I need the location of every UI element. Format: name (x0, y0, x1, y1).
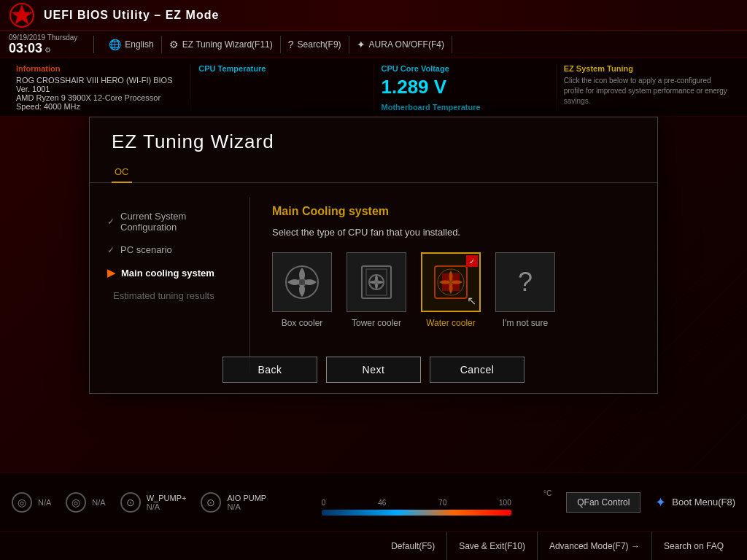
ez-tuning-icon: ⚙ (169, 39, 179, 50)
content-title: Main Cooling system (272, 205, 635, 218)
cpu-voltage-label: CPU Core Voltage (382, 64, 549, 73)
content-subtitle: Select the type of CPU fan that you inst… (272, 227, 635, 238)
celsius-label: °C (543, 489, 551, 497)
logo (9, 2, 35, 28)
system-info-line1: ROG CROSSHAIR VIII HERO (WI-FI) BIOS Ver… (16, 76, 183, 93)
fan-icon-1: ◎ (12, 492, 32, 513)
ez-tuning-button[interactable]: ⚙ EZ Tuning Wizard(F11) (162, 36, 281, 53)
wizard-tab-bar: OC (90, 159, 657, 183)
footer-bar: Default(F5) Save & Exit(F10) Advanced Mo… (0, 531, 747, 560)
unsure-question-mark: ? (518, 267, 533, 298)
step-label-2: PC scenario (120, 244, 172, 255)
boot-menu-button[interactable]: ✦ Boot Menu(F8) (655, 494, 735, 510)
box-cooler-icon (280, 260, 324, 304)
fan-val-wpump: N/A (147, 502, 187, 511)
fan-name-wpump: W_PUMP+ (147, 494, 187, 502)
toolbar-divider-1 (93, 36, 94, 53)
datetime-display: 09/19/2019 Thursday 03:03 ⚙ (9, 34, 77, 55)
fan-info-wpump: W_PUMP+ N/A (147, 494, 187, 511)
footer-search-faq[interactable]: Search on FAQ (652, 532, 735, 561)
footer-default[interactable]: Default(F5) (379, 532, 447, 561)
header-bar: UEFI BIOS Utility – EZ Mode (0, 0, 747, 31)
clock-settings-icon[interactable]: ⚙ (44, 46, 51, 54)
cooler-icon-box-tower (347, 252, 406, 312)
cpu-voltage-section: CPU Core Voltage 1.289 V Motherboard Tem… (374, 64, 557, 110)
aura-icon: ✦ (357, 39, 365, 50)
temp-mid2: 70 (438, 499, 446, 507)
system-info-line2: AMD Ryzen 9 3900X 12-Core Processor (16, 93, 183, 102)
cooler-icon-box-unsure: ? (495, 252, 555, 312)
box-cooler-label: Box cooler (282, 318, 323, 328)
wizard-buttons: Back Next Cancel (90, 346, 657, 393)
ez-system-desc: Click the icon below to apply a pre-conf… (564, 76, 731, 106)
fan-info-1: N/A (38, 498, 51, 507)
language-label: English (125, 39, 153, 50)
fan-item-1: ◎ N/A (12, 492, 51, 513)
search-button[interactable]: ? Search(F9) (281, 36, 349, 53)
water-cooler-icon (429, 260, 473, 304)
back-button[interactable]: Back (222, 357, 317, 383)
boot-menu-label: Boot Menu(F8) (672, 497, 735, 508)
cooler-option-unsure[interactable]: ? I'm not sure (495, 252, 555, 328)
qfan-control-button[interactable]: QFan Control (566, 492, 640, 513)
wizard-tab-oc[interactable]: OC (112, 162, 132, 183)
cursor-icon: ↖ (467, 294, 476, 308)
wizard-title-bar: EZ Tuning Wizard (90, 117, 657, 159)
temp-bar-section: °C 0 46 70 100 (281, 489, 551, 516)
system-info-section: Information ROG CROSSHAIR VIII HERO (WI-… (9, 64, 191, 110)
fan-item-2: ◎ N/A (66, 492, 105, 513)
cooler-icon-box-water: ✓ (421, 252, 481, 312)
svg-rect-18 (442, 273, 449, 281)
step-label-1: Current System Configuration (120, 211, 232, 233)
step-arrow-3: ▶ (107, 267, 115, 279)
temp-mid1: 46 (378, 499, 386, 507)
step-pc-scenario: ✓ PC scenario (104, 238, 235, 261)
fan-val-2: N/A (92, 498, 105, 507)
temp-max: 100 (499, 499, 511, 507)
temp-scale: 0 46 70 100 (322, 499, 511, 507)
temp-min: 0 (322, 499, 326, 507)
footer-save-exit[interactable]: Save & Exit(F10) (447, 532, 538, 561)
cpu-temp-label: CPU Temperature (198, 64, 365, 73)
step-estimated: Estimated tuning results (104, 284, 235, 307)
cooler-option-water[interactable]: ✓ (421, 252, 481, 328)
fan-icon-wpump: ⊙ (120, 492, 141, 513)
search-label: Search(F9) (298, 39, 341, 50)
next-button[interactable]: Next (326, 357, 421, 383)
cooler-option-box[interactable]: Box cooler (272, 252, 332, 328)
footer-advanced[interactable]: Advanced Mode(F7) → (538, 532, 652, 561)
boot-menu-icon: ✦ (655, 494, 666, 510)
fan-item-wpump: ⊙ W_PUMP+ N/A (120, 492, 187, 513)
cancel-button[interactable]: Cancel (430, 357, 525, 383)
system-info-line3: Speed: 4000 MHz (16, 102, 183, 111)
aura-button[interactable]: ✦ AURA ON/OFF(F4) (349, 36, 452, 53)
wizard-title: EZ Tuning Wizard (112, 131, 635, 153)
step-check-2: ✓ (107, 245, 115, 255)
time-display: 03:03 (9, 42, 42, 55)
cooler-option-tower[interactable]: Tower cooler (347, 252, 406, 328)
step-check-1: ✓ (107, 217, 115, 227)
fan-item-aio: ⊙ AIO PUMP N/A (201, 492, 266, 513)
wizard-overlay: EZ Tuning Wizard OC ✓ Current System Con… (0, 117, 747, 487)
step-label-3: Main cooling system (121, 268, 214, 279)
fan-val-1: N/A (38, 498, 51, 507)
tower-cooler-icon (355, 260, 398, 304)
svg-rect-19 (452, 273, 460, 281)
wizard-container: EZ Tuning Wizard OC ✓ Current System Con… (89, 117, 658, 394)
toolbar: 09/19/2019 Thursday 03:03 ⚙ 🌐 English ⚙ … (0, 31, 747, 58)
step-current-system: ✓ Current System Configuration (104, 205, 235, 238)
fan-name-aio: AIO PUMP (227, 494, 266, 502)
fan-info-aio: AIO PUMP N/A (227, 494, 266, 511)
aura-label: AURA ON/OFF(F4) (369, 39, 444, 50)
svg-point-10 (299, 279, 305, 285)
fan-icon-2: ◎ (66, 492, 86, 513)
search-icon: ? (288, 39, 294, 50)
fan-val-aio: N/A (227, 502, 266, 511)
language-selector[interactable]: 🌐 English (101, 36, 161, 53)
selected-indicator: ✓ (466, 255, 478, 267)
cpu-voltage-value: 1.289 V (382, 76, 549, 98)
svg-marker-7 (12, 5, 32, 24)
svg-rect-20 (442, 284, 449, 291)
mobo-temp-label: Motherboard Temperature (382, 103, 549, 112)
ez-system-label: EZ System Tuning (564, 64, 731, 73)
